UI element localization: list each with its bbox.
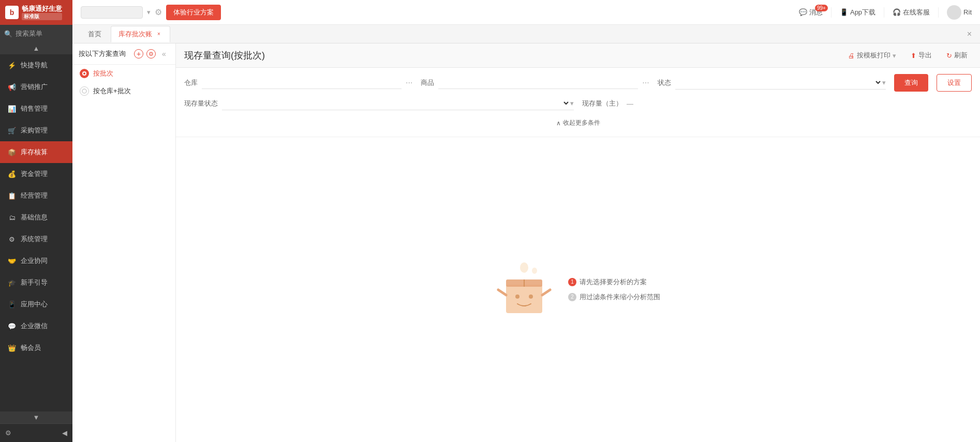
left-panel: 按以下方案查询 + ⚙ « 按批次 按仓库+批次 bbox=[72, 43, 176, 442]
footer-settings-icon[interactable]: ⚙ bbox=[5, 429, 11, 437]
breadcrumb-input[interactable] bbox=[81, 6, 143, 19]
sidebar-footer: ⚙ ◀ bbox=[0, 423, 72, 442]
sidebar-item-inventory[interactable]: 📦 库存核算 bbox=[0, 141, 72, 163]
sidebar-item-quick-nav[interactable]: ⚡ 快捷导航 bbox=[0, 54, 72, 76]
sidebar-label-operations: 经营管理 bbox=[21, 191, 48, 200]
print-dropdown-icon[interactable]: ▾ bbox=[893, 52, 896, 60]
svg-point-11 bbox=[532, 268, 537, 274]
filter-row-2: 现存量状态 ▾ 现存量（主） — bbox=[184, 97, 972, 110]
sidebar-item-operations[interactable]: 📋 经营管理 bbox=[0, 185, 72, 207]
quick-nav-icon: ⚡ bbox=[7, 61, 17, 70]
product-dots[interactable]: ··· bbox=[642, 78, 649, 87]
print-button[interactable]: 🖨 按模板打印 ▾ bbox=[844, 49, 900, 62]
sidebar-item-newbie[interactable]: 🎓 新手引导 bbox=[0, 272, 72, 293]
scheme-item-by-warehouse-batch[interactable]: 按仓库+批次 bbox=[72, 82, 175, 100]
topbar-settings-icon[interactable]: ⚙ bbox=[155, 7, 162, 17]
content-area: 按以下方案查询 + ⚙ « 按批次 按仓库+批次 bbox=[72, 43, 980, 442]
warehouse-label: 仓库 bbox=[184, 78, 198, 87]
sidebar-item-marketing[interactable]: 📢 营销推广 bbox=[0, 76, 72, 98]
sidebar-header: b 畅康通好生意 标准版 bbox=[0, 0, 72, 25]
sidebar-label-purchase: 采购管理 bbox=[21, 126, 48, 135]
sidebar-label-newbie: 新手引导 bbox=[21, 278, 48, 287]
sidebar-label-marketing: 营销推广 bbox=[21, 82, 48, 92]
settings-button[interactable]: 设置 bbox=[937, 74, 972, 92]
filter-product: 商品 ··· bbox=[421, 77, 649, 89]
sidebar-item-appstore[interactable]: 📱 应用中心 bbox=[0, 293, 72, 315]
topbar-right: 💬 消息 99+ 📱 App下载 🎧 在线客服 Rit bbox=[799, 5, 972, 20]
scheme-settings-icon[interactable]: ⚙ bbox=[146, 49, 156, 58]
refresh-button[interactable]: ↻ 刷新 bbox=[942, 49, 972, 62]
svg-point-2 bbox=[82, 89, 86, 93]
collapse-filter-button[interactable]: ∧ 收起更多条件 bbox=[184, 115, 972, 130]
sidebar-item-basic[interactable]: 🗂 基础信息 bbox=[0, 207, 72, 228]
query-button[interactable]: 查询 bbox=[894, 74, 928, 92]
topbar-divider-1 bbox=[831, 7, 831, 18]
headset-icon: 🎧 bbox=[893, 8, 901, 16]
user-avatar-button[interactable]: Rit bbox=[947, 5, 972, 20]
sidebar-search[interactable]: 🔍 搜索菜单 bbox=[0, 25, 72, 42]
notification-button[interactable]: 💬 消息 99+ bbox=[799, 8, 823, 17]
filter-current-stock: 现存量（主） — bbox=[582, 99, 972, 108]
sidebar-item-member[interactable]: 👑 畅会员 bbox=[0, 337, 72, 359]
sidebar-item-sales[interactable]: 📊 销售管理 bbox=[0, 98, 72, 120]
sidebar-item-finance[interactable]: 💰 资金管理 bbox=[0, 163, 72, 185]
notification-badge: 99+ bbox=[815, 5, 828, 11]
hint-text-2: 用过滤条件来缩小分析范围 bbox=[580, 292, 660, 303]
sidebar-item-purchase[interactable]: 🛒 采购管理 bbox=[0, 120, 72, 141]
add-scheme-button[interactable]: + bbox=[134, 49, 143, 58]
left-panel-actions: + ⚙ « bbox=[134, 49, 169, 59]
topbar-left: ▾ ⚙ 体验行业方案 bbox=[81, 5, 794, 20]
left-panel-title: 按以下方案查询 bbox=[79, 49, 126, 58]
warehouse-dots[interactable]: ··· bbox=[406, 78, 412, 87]
experience-industry-button[interactable]: 体验行业方案 bbox=[166, 5, 221, 20]
app-version: 标准版 bbox=[22, 13, 62, 20]
scroll-up-indicator[interactable]: ▲ bbox=[0, 42, 72, 54]
search-icon: 🔍 bbox=[4, 30, 12, 38]
svg-point-6 bbox=[515, 294, 519, 299]
finance-icon: 💰 bbox=[7, 169, 17, 179]
stock-status-dropdown-icon: ▾ bbox=[570, 99, 574, 107]
product-input[interactable] bbox=[438, 77, 638, 89]
scheme-item-by-batch[interactable]: 按批次 bbox=[72, 65, 175, 82]
scheme-inactive-icon bbox=[80, 86, 89, 96]
page-close-button[interactable]: × bbox=[967, 30, 972, 39]
scroll-down-indicator[interactable]: ▼ bbox=[0, 411, 72, 423]
scheme-label-by-warehouse-batch: 按仓库+批次 bbox=[93, 86, 131, 96]
stock-status-select[interactable] bbox=[222, 99, 570, 108]
sidebar-item-system[interactable]: ⚙ 系统管理 bbox=[0, 228, 72, 250]
app-download-button[interactable]: 📱 App下载 bbox=[840, 8, 875, 17]
export-label: 导出 bbox=[918, 51, 932, 60]
enterprise-icon: 🤝 bbox=[7, 256, 17, 266]
page-actions: 🖨 按模板打印 ▾ ⬆ 导出 ↻ 刷新 bbox=[844, 49, 972, 62]
filter-row-1: 仓库 ··· 商品 ··· 状态 bbox=[184, 74, 972, 92]
topbar-divider-3 bbox=[938, 7, 939, 18]
empty-hint-2: 2 用过滤条件来缩小分析范围 bbox=[568, 292, 660, 303]
empty-hints: 1 请先选择要分析的方案 2 用过滤条件来缩小分析范围 bbox=[568, 277, 660, 303]
sidebar-item-wechat[interactable]: 💬 企业微信 bbox=[0, 315, 72, 337]
export-button[interactable]: ⬆ 导出 bbox=[907, 49, 936, 62]
warehouse-input[interactable] bbox=[202, 77, 402, 89]
wechat-icon: 💬 bbox=[7, 321, 17, 331]
footer-collapse-icon[interactable]: ◀ bbox=[62, 429, 67, 437]
status-select[interactable] bbox=[675, 78, 882, 87]
page-header: 现存量查询(按批次) 🖨 按模板打印 ▾ ⬆ 导出 ↻ 刷新 bbox=[176, 43, 980, 68]
phone-icon: 📱 bbox=[840, 8, 848, 16]
hint-text-1: 请先选择要分析的方案 bbox=[580, 277, 647, 288]
panel-collapse-icon[interactable]: « bbox=[159, 49, 169, 59]
tab-inventory-batch[interactable]: 库存批次账 × bbox=[111, 26, 170, 42]
tab-close-icon[interactable]: × bbox=[155, 31, 162, 38]
print-label: 按模板打印 bbox=[857, 51, 890, 60]
sidebar-item-enterprise[interactable]: 🤝 企业协同 bbox=[0, 250, 72, 272]
avatar bbox=[947, 5, 961, 20]
refresh-label: 刷新 bbox=[954, 51, 968, 60]
online-service-button[interactable]: 🎧 在线客服 bbox=[893, 8, 930, 17]
tab-home[interactable]: 首页 bbox=[81, 26, 109, 42]
close-icon: × bbox=[157, 31, 160, 37]
tab-home-label: 首页 bbox=[88, 30, 101, 39]
collapse-icon: ∧ bbox=[556, 120, 561, 127]
sidebar-label-quick-nav: 快捷导航 bbox=[21, 61, 48, 70]
breadcrumb-dropdown-icon[interactable]: ▾ bbox=[147, 8, 151, 16]
collapse-label: 收起更多条件 bbox=[563, 119, 600, 127]
main-area: ▾ ⚙ 体验行业方案 💬 消息 99+ 📱 App下载 🎧 在线客服 bbox=[72, 0, 980, 442]
svg-point-10 bbox=[520, 262, 528, 273]
